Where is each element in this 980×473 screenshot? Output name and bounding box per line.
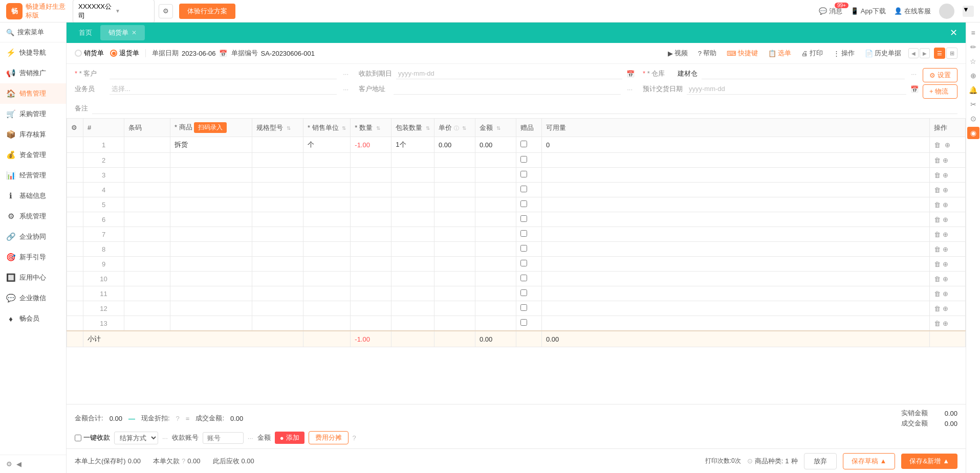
row-spec[interactable] — [252, 137, 303, 153]
settings-action-btn[interactable]: ⚙ 设置 — [923, 68, 957, 82]
product-type-icon[interactable]: ⊙ — [747, 457, 753, 465]
copy-row-icon[interactable]: ⊕ — [943, 305, 948, 312]
operate-btn[interactable]: ⋮ 操作 — [830, 47, 858, 59]
copy-row-icon[interactable]: ⊕ — [943, 156, 948, 164]
discount-info-icon[interactable]: ? — [176, 415, 180, 422]
right-icon-4[interactable]: ⊕ — [967, 70, 979, 82]
sidebar-item-guide[interactable]: 🎯 新手引导 — [0, 247, 66, 267]
sidebar-item-inventory[interactable]: 📦 库存核算 — [0, 124, 66, 145]
sidebar-item-finance[interactable]: 💰 资金管理 — [0, 145, 66, 165]
user-dropdown-icon[interactable]: ▼ — [963, 6, 974, 17]
sidebar-item-wechat[interactable]: 💬 企业微信 — [0, 288, 66, 308]
delete-row-icon[interactable]: 🗑 — [934, 201, 941, 209]
delete-row-icon[interactable]: 🗑 — [934, 305, 941, 312]
message-btn[interactable]: 💬 消息 99+ — [819, 7, 842, 16]
sidebar-collapse-icon[interactable]: ◀ — [16, 460, 21, 468]
delivery-calendar-icon[interactable]: 📅 — [910, 85, 919, 93]
tab-home[interactable]: 首页 — [71, 25, 100, 40]
company-selector[interactable]: XXXXXX公司 ▼ — [73, 0, 155, 23]
copy-row-icon[interactable]: ⊕ — [943, 171, 948, 179]
add-payment-btn[interactable]: ● 添加 — [275, 432, 304, 444]
sidebar-item-sales[interactable]: 🏠 销售管理 — [0, 83, 66, 104]
choose-btn[interactable]: 📋 选单 — [765, 47, 794, 59]
date-calendar-icon[interactable]: 📅 — [219, 50, 227, 57]
video-btn[interactable]: ▶ 视频 — [665, 47, 691, 59]
settings-icon[interactable]: ⚙ — [159, 4, 173, 18]
copy-row-icon[interactable]: ⊕ — [943, 231, 948, 238]
delete-row-icon[interactable]: 🗑 — [934, 320, 941, 327]
delete-row-icon[interactable]: 🗑 — [934, 216, 941, 223]
copy-row-icon[interactable]: ⊕ — [945, 141, 950, 149]
table-container[interactable]: ⚙ # 条码 * 商品 扫码录入 规格型号 ⇅ — [67, 118, 966, 404]
customer-input[interactable] — [110, 68, 337, 79]
copy-row-icon[interactable]: ⊕ — [943, 216, 948, 223]
delete-row-icon[interactable]: 🗑 — [934, 245, 941, 253]
salesperson-dots-icon[interactable]: ··· — [341, 85, 351, 93]
sidebar-item-system[interactable]: ⚙ 系统管理 — [0, 206, 66, 227]
one-click-payment[interactable]: 一键收款 — [75, 433, 110, 442]
right-icon-5[interactable]: 🔔 — [967, 84, 979, 96]
customer-addr-input[interactable] — [394, 83, 621, 95]
delete-row-icon[interactable]: 🗑 — [934, 156, 941, 164]
scan-btn[interactable]: 扫码录入 — [194, 122, 227, 133]
settle-method-select[interactable]: 结算方式 — [114, 432, 158, 444]
sidebar-item-collab[interactable]: 🔗 企业协同 — [0, 227, 66, 247]
delivery-date-input[interactable] — [687, 83, 906, 95]
help-btn[interactable]: ? 帮助 — [695, 47, 720, 59]
warehouse-dots-icon[interactable]: ··· — [909, 70, 919, 78]
delete-row-icon[interactable]: 🗑 — [934, 290, 941, 298]
remarks-input[interactable] — [92, 103, 957, 114]
save-draft-button[interactable]: 保存草稿 ▲ — [843, 453, 896, 469]
delete-row-icon[interactable]: 🗑 — [934, 141, 941, 149]
copy-row-icon[interactable]: ⊕ — [943, 275, 948, 283]
right-icon-1[interactable]: ≡ — [967, 27, 979, 39]
row-qty[interactable]: -1.00 — [351, 137, 391, 153]
sidebar-item-apps[interactable]: 🔲 应用中心 — [0, 267, 66, 288]
user-avatar[interactable] — [939, 4, 954, 19]
copy-row-icon[interactable]: ⊕ — [943, 320, 948, 327]
tab-sales-order[interactable]: 销货单 ✕ — [100, 25, 145, 40]
next-arrow[interactable]: ▶ — [920, 48, 930, 58]
right-icon-6[interactable]: ✂ — [967, 98, 979, 110]
right-icon-2[interactable]: ✏ — [967, 41, 979, 53]
row-price[interactable]: 0.00 — [434, 137, 475, 153]
expense-info-icon[interactable]: ? — [353, 434, 356, 442]
sidebar-item-marketing[interactable]: 📢 营销推广 — [0, 63, 66, 83]
debt-info-icon[interactable]: ? — [182, 457, 185, 465]
online-service-btn[interactable]: 👤 在线客服 — [894, 7, 931, 16]
account-input[interactable] — [203, 432, 244, 444]
right-icon-3[interactable]: ☆ — [967, 55, 979, 67]
sidebar-item-base[interactable]: ℹ 基础信息 — [0, 186, 66, 206]
prev-arrow[interactable]: ◀ — [908, 48, 919, 58]
payment-checkbox[interactable] — [75, 435, 81, 441]
delete-row-icon[interactable]: 🗑 — [934, 275, 941, 283]
delete-row-icon[interactable]: 🗑 — [934, 186, 941, 194]
collection-calendar-icon[interactable]: 📅 — [626, 70, 635, 78]
sidebar-gear-icon[interactable]: ⚙ — [6, 460, 12, 468]
sidebar-item-shortcut[interactable]: ⚡ 快捷导航 — [0, 42, 66, 63]
print-btn[interactable]: 🖨 打印 — [798, 47, 826, 59]
delete-row-icon[interactable]: 🗑 — [934, 260, 941, 268]
logistics-btn[interactable]: + 物流 — [923, 84, 957, 99]
copy-row-icon[interactable]: ⊕ — [943, 186, 948, 194]
settle-dots-icon[interactable]: ··· — [162, 434, 168, 442]
account-dots-icon[interactable]: ··· — [248, 434, 253, 442]
expense-split-btn[interactable]: 费用分摊 — [309, 431, 349, 444]
addr-dots-icon[interactable]: ··· — [625, 85, 635, 93]
copy-row-icon[interactable]: ⊕ — [943, 290, 948, 298]
history-btn[interactable]: 📄 历史单据 — [862, 47, 904, 59]
delete-row-icon[interactable]: 🗑 — [934, 171, 941, 179]
collection-date-input[interactable] — [396, 68, 622, 79]
radio-return-order[interactable]: 退货单 — [110, 49, 139, 58]
tab-close-icon[interactable]: ✕ — [132, 29, 137, 36]
trial-button[interactable]: 体验行业方案 — [179, 4, 235, 19]
copy-row-icon[interactable]: ⊕ — [943, 260, 948, 268]
sidebar-item-operations[interactable]: 📊 经营管理 — [0, 165, 66, 186]
row-gift[interactable] — [516, 137, 541, 153]
customer-dots-icon[interactable]: ··· — [341, 70, 351, 78]
sidebar-item-member[interactable]: ♦ 畅会员 — [0, 308, 66, 329]
list-view-btn[interactable]: ☰ — [934, 48, 945, 59]
copy-row-icon[interactable]: ⊕ — [943, 245, 948, 253]
save-new-button[interactable]: 保存&新增 ▲ — [901, 454, 957, 469]
discard-button[interactable]: 放弃 — [804, 453, 837, 469]
